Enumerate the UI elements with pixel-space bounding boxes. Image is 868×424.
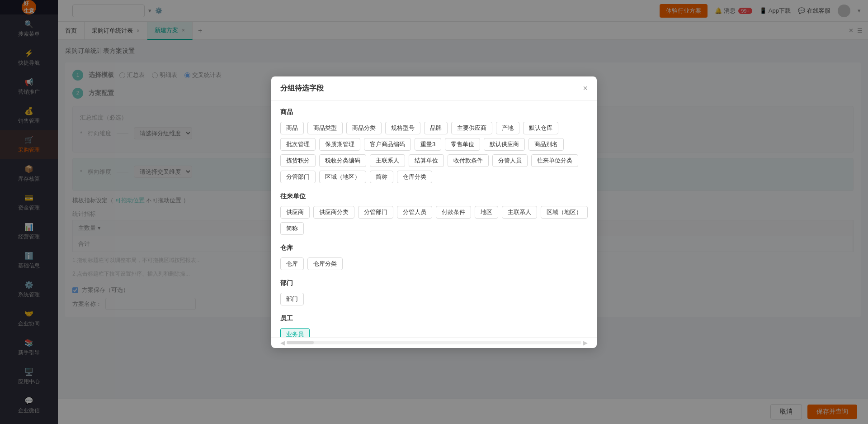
department-tags-grid: 部门 [280,293,588,305]
hscroll-thumb [287,341,314,344]
tag-area[interactable]: 地区 [475,206,498,219]
section-department-title: 部门 [280,279,588,287]
tag-supplier[interactable]: 供应商 [280,206,310,219]
tag-region[interactable]: 区域（地区） [319,171,366,183]
tag-product-type[interactable]: 商品类型 [307,122,343,134]
section-partners-title: 往来单位 [280,192,588,200]
section-partners: 往来单位 供应商 供应商分类 分管部门 分管人员 付款条件 地区 主联系人 区域… [280,192,588,235]
tag-brand[interactable]: 品牌 [424,122,448,134]
tag-product-category[interactable]: 商品分类 [346,122,382,134]
modal-body: 商品 商品 商品类型 商品分类 规格型号 品牌 主要供应商 产地 默认仓库 批次… [271,101,597,337]
tag-supplier-category[interactable]: 供应商分类 [313,206,354,219]
hscroll-track [287,341,581,344]
tag-pick-points[interactable]: 拣货积分 [280,154,316,167]
tag-default-warehouse[interactable]: 默认仓库 [523,122,558,134]
tag-main-contact[interactable]: 主联系人 [370,154,405,167]
tag-retail-unit[interactable]: 零售单位 [445,138,480,151]
section-employee-title: 员工 [280,314,588,323]
tag-batch-manage[interactable]: 批次管理 [280,138,316,151]
tag-region2[interactable]: 区域（地区） [541,206,588,219]
modal-hscrollbar[interactable]: ◀ ▶ [271,337,597,348]
tag-main-supplier[interactable]: 主要供应商 [451,122,492,134]
products-tags-grid: 商品 商品类型 商品分类 规格型号 品牌 主要供应商 产地 默认仓库 批次管理 … [280,122,588,183]
tag-payment-terms[interactable]: 收付款条件 [448,154,489,167]
tag-quality-manage[interactable]: 保质期管理 [319,138,360,151]
tag-warehouse-cat[interactable]: 仓库分类 [307,257,343,270]
section-department: 部门 部门 [280,279,588,305]
tag-default-supplier[interactable]: 默认供应商 [484,138,525,151]
scroll-right-icon[interactable]: ▶ [583,339,588,346]
tag-mgmt-person[interactable]: 分管人员 [397,206,432,219]
tag-settlement-unit[interactable]: 结算单位 [409,154,444,167]
modal-title: 分组待选字段 [280,84,324,93]
section-employee: 员工 业务员 [280,314,588,337]
section-warehouse: 仓库 仓库 仓库分类 [280,244,588,270]
field-select-modal: 分组待选字段 × 商品 商品 商品类型 商品分类 规格型号 品牌 主要供应商 产… [271,76,597,348]
section-products: 商品 商品 商品类型 商品分类 规格型号 品牌 主要供应商 产地 默认仓库 批次… [280,108,588,183]
tag-pay-terms[interactable]: 付款条件 [436,206,471,219]
tag-department[interactable]: 部门 [280,293,304,305]
tag-abbr2[interactable]: 简称 [280,222,304,235]
tag-partner-category[interactable]: 往来单位分类 [531,154,578,167]
modal-close-button[interactable]: × [583,84,588,93]
tag-tax-code[interactable]: 税收分类编码 [319,154,366,167]
tag-weight[interactable]: 重量3 [415,138,441,151]
section-warehouse-title: 仓库 [280,244,588,252]
tag-mgmt-dept[interactable]: 分管部门 [358,206,393,219]
tag-origin[interactable]: 产地 [496,122,519,134]
employee-tags-grid: 业务员 [280,328,588,337]
tag-product[interactable]: 商品 [280,122,304,134]
tag-warehouse[interactable]: 仓库 [280,257,304,270]
tag-customer-code[interactable]: 客户商品编码 [364,138,411,151]
tag-spec-model[interactable]: 规格型号 [385,122,420,134]
partners-tags-grid: 供应商 供应商分类 分管部门 分管人员 付款条件 地区 主联系人 区域（地区） … [280,206,588,235]
tag-division-person[interactable]: 分管人员 [492,154,528,167]
warehouse-tags-grid: 仓库 仓库分类 [280,257,588,270]
tag-main-contact2[interactable]: 主联系人 [502,206,537,219]
tag-warehouse-category[interactable]: 仓库分类 [397,171,432,183]
scroll-left-icon[interactable]: ◀ [280,339,285,346]
tag-division-dept[interactable]: 分管部门 [280,171,316,183]
modal-header: 分组待选字段 × [271,76,597,101]
tag-abbr[interactable]: 简称 [370,171,393,183]
tag-salesperson[interactable]: 业务员 [280,328,310,337]
tag-product-alias[interactable]: 商品别名 [528,138,564,151]
section-products-title: 商品 [280,108,588,116]
